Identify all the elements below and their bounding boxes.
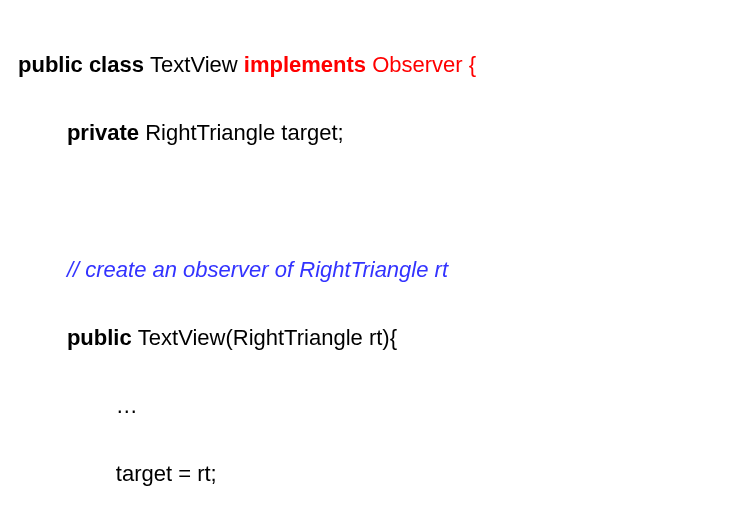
stmt-assign: target = rt; (116, 461, 217, 486)
indent (18, 461, 116, 486)
kw-private: private (67, 120, 145, 145)
indent (18, 257, 67, 282)
code-block: public class TextView implements Observe… (0, 0, 752, 505)
indent (18, 393, 116, 418)
field-decl: RightTriangle target; (145, 120, 344, 145)
code-line: … (18, 389, 746, 423)
ctor-sig: TextView(RightTriangle rt){ (138, 325, 397, 350)
kw-public-class: public class (18, 52, 150, 77)
ellipsis: … (116, 393, 138, 418)
code-line: target = rt; (18, 457, 746, 491)
indent (18, 120, 67, 145)
code-line: private RightTriangle target; (18, 116, 746, 150)
kw-implements: implements (244, 52, 372, 77)
comment: // create an observer of RightTriangle r… (67, 257, 448, 282)
code-line: public class TextView implements Observe… (18, 48, 746, 82)
indent (18, 325, 67, 350)
class-name: TextView (150, 52, 244, 77)
kw-public: public (67, 325, 138, 350)
code-line: // create an observer of RightTriangle r… (18, 253, 746, 287)
code-line: public TextView(RightTriangle rt){ (18, 321, 746, 355)
code-line (18, 184, 746, 218)
iface-observer: Observer { (372, 52, 476, 77)
